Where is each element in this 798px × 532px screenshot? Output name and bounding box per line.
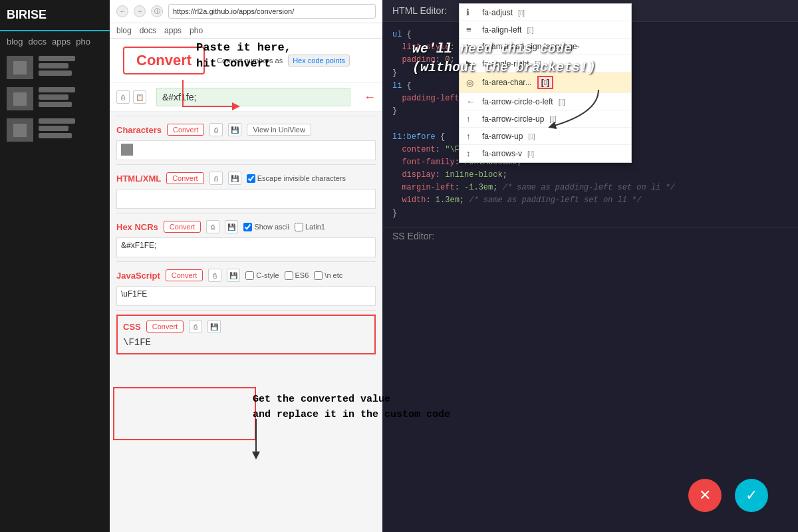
fab-confirm-button[interactable]: ✓	[735, 479, 768, 512]
escape-invisible-label[interactable]: Escape invisible characters	[247, 174, 346, 183]
css-content: \F1FE	[123, 334, 369, 350]
dropdown-item-align-left[interactable]: ≡ fa-align-left []	[460, 21, 631, 39]
show-ascii-checkbox[interactable]	[243, 223, 252, 231]
browser-header: ← → ⓘ	[110, 0, 382, 23]
n-etc-checkbox[interactable]	[314, 271, 323, 280]
dropdown-item-name-angle-right: fa-angle-right	[482, 59, 529, 68]
css-save-icon[interactable]: 💾	[207, 320, 221, 333]
dropdown-item-arrow-circle-up[interactable]: ↑ fa-arrow-circle-up []	[460, 110, 631, 128]
latin1-checkbox[interactable]	[295, 223, 303, 231]
editor-header-title: HTML Editor:	[392, 5, 447, 16]
sidebar-icon-2	[7, 87, 33, 110]
dropdown-item-name-arrow-circle-up: fa-arrow-circle-up	[482, 114, 544, 124]
nav-link-docs[interactable]: docs	[140, 26, 156, 35]
javascript-save-icon[interactable]: 💾	[227, 269, 240, 282]
arrow-indicator: ←	[364, 90, 376, 104]
divider-3	[116, 213, 376, 213]
nav-link-blog[interactable]: blog	[116, 26, 132, 35]
c-style-label[interactable]: C-style	[245, 271, 279, 280]
hexncrs-section-header: Hex NCRs Convert ⎙ 💾 Show ascii Latin1	[110, 217, 382, 236]
javascript-copy-icon[interactable]: ⎙	[208, 269, 221, 282]
nav-blog[interactable]: blog	[7, 37, 23, 47]
copy-icon[interactable]: ⎙	[116, 90, 130, 104]
dropdown-item-arrow-circle-left[interactable]: ← fa-arrow-circle-o-left []	[460, 93, 631, 110]
characters-convert-btn[interactable]: Convert	[167, 124, 205, 136]
characters-save-icon[interactable]: 💾	[228, 123, 241, 136]
latin1-label[interactable]: Latin1	[295, 223, 325, 231]
input-value-box: &#xf1fe;	[156, 88, 350, 106]
nav-pho[interactable]: pho	[76, 37, 90, 47]
c-style-checkbox[interactable]	[245, 271, 254, 280]
javascript-section-header: JavaScript Convert ⎙ 💾 C-style ES6 \n et…	[110, 266, 382, 285]
characters-section-header: Characters Convert ⎙ 💾 View in UniView	[110, 120, 382, 139]
sidebar-text-3b	[39, 126, 68, 131]
hex-code-badge[interactable]: Hex code points	[288, 55, 350, 66]
htmlxml-section-header: HTML/XML Convert ⎙ 💾 Escape invisible ch…	[110, 169, 382, 188]
sidebar-icon-1	[7, 56, 33, 79]
javascript-title: JavaScript	[116, 271, 160, 281]
javascript-convert-btn[interactable]: Convert	[166, 269, 203, 281]
htmlxml-convert-btn[interactable]: Convert	[166, 172, 204, 184]
hexncrs-content: &#xF1FE;	[116, 237, 376, 257]
main-convert-button[interactable]: Convert	[123, 47, 205, 74]
dropdown-item-adjust[interactable]: ℹ fa-adjust []	[460, 4, 631, 21]
sidebar-text-2a	[39, 87, 75, 92]
htmlxml-copy-icon[interactable]: ⎙	[209, 172, 223, 185]
svg-rect-2	[13, 124, 27, 137]
nav-items: blog docs apps pho	[0, 31, 110, 52]
nav-link-pho[interactable]: pho	[190, 26, 203, 35]
browser-info-btn[interactable]: ⓘ	[151, 5, 163, 17]
dropdown-item-area-chart[interactable]: ◎ fa-area-char... []	[460, 72, 631, 93]
characters-content	[116, 140, 376, 160]
fab-close-button[interactable]: ✕	[688, 479, 722, 512]
divider-4	[116, 261, 376, 262]
browser-forward-btn[interactable]: →	[134, 5, 146, 17]
dropdown-item-arrows-v[interactable]: ↕ fa-arrows-v []	[460, 145, 631, 162]
dropdown-overlay[interactable]: ℹ fa-adjust [] ≡ fa-align-left [] fa f…	[459, 3, 632, 163]
dropdown-code-arrow-circle-up: []	[549, 115, 556, 123]
css-section-highlight: CSS Convert ⎙ 💾 \F1FE	[116, 315, 376, 354]
css-editor-label: SS Editor:	[382, 227, 798, 245]
dropdown-icon-arrow-circle-left: ←	[466, 96, 477, 106]
hexncrs-title: Hex NCRs	[116, 222, 158, 232]
css-copy-icon[interactable]: ⎙	[189, 320, 202, 333]
es6-label[interactable]: ES6	[285, 271, 309, 280]
dropdown-icon-angle-right: ▶	[466, 59, 477, 68]
hexncrs-convert-btn[interactable]: Convert	[164, 221, 201, 233]
dropdown-item-name-area-chart: fa-area-char...	[482, 78, 532, 87]
sidebar-text-3c	[39, 133, 72, 138]
es6-checkbox[interactable]	[285, 271, 293, 280]
htmlxml-save-icon[interactable]: 💾	[228, 172, 241, 185]
dropdown-item-arrow-up[interactable]: ↑ fa-arrow-up []	[460, 128, 631, 145]
dropdown-item-asl[interactable]: fa fa-american-sign-language-	[460, 39, 631, 55]
hexncrs-copy-icon[interactable]: ⎙	[206, 220, 219, 233]
left-sidebar: BIRISE blog docs apps pho	[0, 0, 110, 532]
dropdown-item-name-arrow-circle-left: fa-arrow-circle-o-left	[482, 97, 553, 106]
htmlxml-content	[116, 189, 376, 209]
sidebar-text-2c	[39, 102, 72, 107]
dropdown-item-name-align-left: fa-align-left	[482, 25, 521, 35]
nav-link-apps[interactable]: apps	[164, 26, 182, 35]
paste-icon[interactable]: 📋	[133, 90, 146, 104]
divider-5	[116, 310, 376, 311]
dropdown-code-arrows-v: []	[527, 150, 534, 158]
show-ascii-label[interactable]: Show ascii	[243, 223, 289, 231]
browser-back-btn[interactable]: ←	[116, 5, 128, 17]
nav-docs[interactable]: docs	[29, 37, 47, 47]
url-bar[interactable]	[168, 4, 376, 19]
css-convert-btn[interactable]: Convert	[146, 321, 184, 332]
sidebar-item-1	[0, 52, 110, 83]
n-etc-label[interactable]: \n etc	[314, 271, 342, 280]
escape-invisible-checkbox[interactable]	[247, 174, 255, 183]
characters-title: Characters	[116, 125, 162, 135]
hexncrs-save-icon[interactable]: 💾	[225, 220, 238, 233]
nav-apps[interactable]: apps	[52, 37, 70, 47]
characters-copy-icon[interactable]: ⎙	[209, 123, 223, 136]
view-in-uniview-btn[interactable]: View in UniView	[247, 124, 311, 136]
dropdown-icon-arrow-circle-up: ↑	[466, 114, 477, 124]
converter-panel: ← → ⓘ blog docs apps pho Convert Convert…	[110, 0, 382, 532]
dropdown-item-name-arrows-v: fa-arrows-v	[482, 149, 522, 158]
dropdown-code-align-left: []	[527, 26, 533, 34]
dropdown-item-angle-right[interactable]: ▶ fa-angle-right []	[460, 55, 631, 72]
css-section-header: CSS Convert ⎙ 💾	[123, 319, 369, 334]
